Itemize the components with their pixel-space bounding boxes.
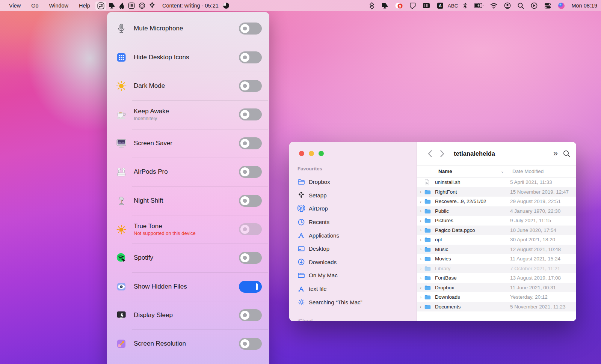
file-row-rightfont[interactable]: ›RightFont15 November 2019, 12:47 (417, 187, 576, 197)
menubar-menu-view[interactable]: View (4, 3, 26, 9)
switch-item-keep-awake[interactable]: Keep AwakeIndefinitely (107, 100, 269, 129)
switch-item-hide-desktop-icons[interactable]: Hide Desktop Icons (107, 43, 269, 71)
disclosure-chevron-icon[interactable]: › (417, 238, 424, 242)
bluetooth-icon[interactable] (461, 2, 469, 10)
forward-button[interactable] (436, 150, 448, 158)
sidebar-item-recents[interactable]: Recents (297, 215, 417, 229)
search-icon[interactable] (563, 150, 570, 157)
sidebar-item-setapp[interactable]: Setapp (297, 189, 417, 202)
toggle-screen-resolution[interactable] (239, 338, 262, 350)
disclosure-chevron-icon[interactable]: › (417, 218, 424, 223)
sidebar-item-downloads[interactable]: Downloads (297, 256, 417, 269)
ink-drop-icon[interactable] (117, 2, 126, 10)
switch-item-spotify[interactable]: Spotify (107, 244, 269, 272)
wifi-icon[interactable] (488, 2, 499, 9)
input-source-label[interactable]: ABC (448, 3, 458, 9)
toggle-true-tone[interactable] (239, 223, 262, 235)
menubar-menu-go[interactable]: Go (26, 3, 44, 9)
battery-icon[interactable] (472, 2, 485, 9)
timer-zero-icon[interactable] (137, 2, 147, 10)
toggle-display-sleep[interactable] (239, 309, 262, 321)
menubar-clock[interactable]: Mon 08:19 (571, 3, 597, 9)
disclosure-chevron-icon[interactable]: › (417, 247, 424, 251)
pie-timer-icon[interactable] (221, 2, 231, 10)
disclosure-chevron-icon[interactable]: › (417, 266, 424, 271)
menubar-menu-help[interactable]: Help (74, 3, 95, 9)
disclosure-chevron-icon[interactable]: › (417, 295, 424, 299)
toggle-hide-desktop-icons[interactable] (239, 51, 262, 63)
switch-item-true-tone[interactable]: True ToneNot supported on this device (107, 215, 269, 244)
file-row-library[interactable]: ›Library7 October 2021, 11:21 (417, 264, 576, 274)
toggle-night-shift[interactable] (239, 195, 262, 207)
siri-icon[interactable] (556, 2, 567, 10)
zoom-button[interactable] (319, 151, 324, 156)
input-source-a-icon[interactable]: A (435, 2, 445, 10)
switch-item-screen-resolution[interactable]: Screen Resolution (107, 329, 269, 358)
sidebar-item-searching-this-mac[interactable]: Searching “This Mac” (297, 295, 417, 309)
file-row-documents[interactable]: ›Documents5 November 2021, 11:23 (417, 302, 576, 312)
file-row-pictures[interactable]: ›Pictures9 July 2021, 11:15 (417, 216, 576, 226)
disclosure-chevron-icon[interactable]: › (417, 228, 424, 232)
file-row-downloads[interactable]: ›DownloadsYesterday, 20:12 (417, 292, 576, 302)
toggle-airpods-pro[interactable] (239, 166, 262, 178)
toolbar-overflow-icon[interactable]: » (553, 149, 558, 158)
sidebar-item-airdrop[interactable]: AirDrop (297, 202, 417, 215)
switch-item-airpods-pro[interactable]: AirPods Pro (107, 158, 269, 186)
switch-item-screen-saver[interactable]: Screen Saver (107, 129, 269, 158)
file-row-movies[interactable]: ›Movies11 August 2021, 15:24 (417, 254, 576, 264)
user-switch-icon[interactable] (502, 2, 513, 10)
disclosure-chevron-icon[interactable]: › (417, 209, 424, 213)
column-header-date-modified[interactable]: Date Modified (508, 168, 544, 174)
toggle-spotify[interactable] (239, 252, 262, 264)
switch-item-show-hidden-files[interactable]: Show Hidden Files (107, 272, 269, 301)
file-row-opt[interactable]: ›opt30 April 2021, 18:20 (417, 235, 576, 245)
column-header-name[interactable]: Name ⌄ (417, 168, 508, 174)
disclosure-chevron-icon[interactable]: › (417, 257, 424, 261)
sidebar-item-on-my-mac[interactable]: On My Mac (297, 269, 417, 282)
gemini-icon[interactable] (367, 2, 376, 10)
toggle-mute-microphone[interactable] (239, 23, 262, 35)
file-row-recovere-9-22-51-02[interactable]: ›Recovere...9, 22/51/0229 August 2019, 2… (417, 197, 576, 206)
display-capture-icon-2[interactable] (379, 2, 390, 10)
sidebar-item-dropbox[interactable]: Dropbox (297, 175, 417, 189)
control-center-icon[interactable] (542, 2, 553, 10)
file-row-fontbase[interactable]: ›FontBase13 August 2019, 17:08 (417, 273, 576, 283)
file-row-pagico-data-pgco[interactable]: ›Pagico Data.pgco10 June 2020, 17:54 (417, 226, 576, 235)
focus-status-text[interactable]: Content: writing - 05:21 (162, 3, 219, 9)
toggle-show-hidden-files[interactable] (239, 281, 262, 293)
disclosure-chevron-icon[interactable]: › (417, 304, 424, 309)
disclosure-chevron-icon[interactable]: › (417, 276, 424, 280)
one-switch-icon[interactable] (95, 2, 106, 10)
file-row-public[interactable]: ›Public4 January 1970, 22:30 (417, 206, 576, 216)
disclosure-chevron-icon[interactable]: › (417, 190, 424, 194)
switch-item-mute-microphone[interactable]: Mute Microphone (107, 14, 269, 43)
play-circle-icon[interactable] (529, 2, 539, 10)
switch-item-display-sleep[interactable]: Display Sleep (107, 301, 269, 329)
close-button[interactable] (299, 151, 304, 156)
switch-item-night-shift[interactable]: Night Shift (107, 186, 269, 215)
notification-badge[interactable]: 5 (393, 1, 405, 10)
menubar-menu-window[interactable]: Window (44, 3, 74, 9)
switch-item-dark-mode[interactable]: Dark Mode (107, 72, 269, 100)
toggle-dark-mode[interactable] (239, 80, 262, 92)
file-row-uninstall-sh[interactable]: uninstall.sh5 April 2021, 11:33 (417, 177, 576, 187)
keyboard-icon[interactable] (421, 2, 432, 9)
file-row-dropbox[interactable]: ›Dropbox11 June 2021, 00:31 (417, 283, 576, 293)
minimize-button[interactable] (309, 151, 314, 156)
microphone-icon (115, 23, 127, 35)
toggle-keep-awake[interactable] (239, 108, 262, 120)
disclosure-chevron-icon[interactable]: › (417, 285, 424, 290)
back-button[interactable] (424, 150, 436, 158)
sidebar-item-applications[interactable]: Applications (297, 229, 417, 242)
flux-icon[interactable] (408, 2, 418, 10)
sidebar-item-text-file[interactable]: text file (297, 282, 417, 296)
notes-list-icon[interactable] (126, 2, 137, 10)
toggle-screen-saver[interactable] (239, 137, 262, 149)
display-capture-icon[interactable] (106, 2, 117, 10)
sidebar-item-desktop[interactable]: Desktop (297, 242, 417, 256)
spotlight-icon[interactable] (516, 2, 526, 10)
setapp-icon[interactable] (147, 2, 157, 10)
file-name: Recovere...9, 22/51/02 (433, 199, 506, 204)
file-row-music[interactable]: ›Music12 August 2021, 10:48 (417, 245, 576, 254)
disclosure-chevron-icon[interactable]: › (417, 199, 424, 204)
